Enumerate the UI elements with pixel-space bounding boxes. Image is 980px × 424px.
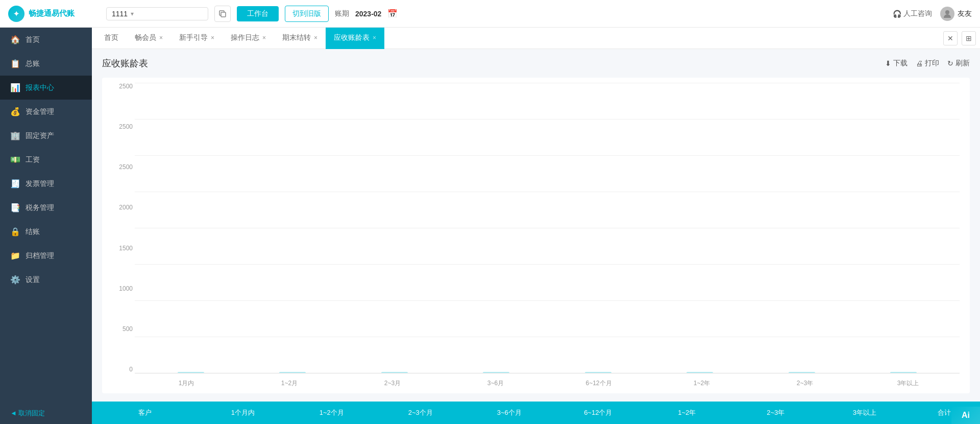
y-label-0: 0 (129, 366, 133, 373)
consult-label: 人工咨询 (903, 9, 932, 18)
invoice-icon: 🧾 (10, 179, 20, 189)
tab-ar-aging-label: 应收账龄表 (334, 33, 370, 42)
table-header-cell: 6~12个月 (554, 408, 643, 417)
print-button[interactable]: 🖨 打印 (916, 59, 939, 68)
sidebar-item-funds[interactable]: 💰 资金管理 (0, 100, 92, 124)
refresh-label: 刷新 (955, 59, 970, 68)
tab-home-label: 首页 (104, 33, 118, 42)
refresh-button[interactable]: ↻ 刷新 (947, 59, 970, 68)
sidebar-item-checkout[interactable]: 🔒 结账 (0, 220, 92, 244)
page-content: 应收账龄表 ⬇ 下载 🖨 打印 ↻ 刷新 (92, 49, 980, 402)
chart-container: 2500 2500 2500 2000 1500 1000 500 0 (102, 78, 970, 393)
x-label: 1~2年 (650, 379, 753, 388)
tab-member-close[interactable]: × (159, 34, 163, 41)
header-right: 🎧 人工咨询 友友 (893, 7, 972, 21)
copy-button[interactable] (214, 6, 231, 22)
y-label-1000: 1000 (119, 285, 133, 292)
sidebar-collapse-button[interactable]: ◄ 取消固定 (0, 403, 92, 424)
tab-log-close[interactable]: × (262, 34, 266, 41)
content-area: 首页 畅会员 × 新手引导 × 操作日志 × 期末结转 × 应收账龄表 × (92, 28, 980, 424)
svg-point-1 (945, 10, 949, 14)
tab-guide[interactable]: 新手引导 × (171, 28, 223, 49)
sidebar-label-home: 首页 (26, 35, 40, 44)
tab-log[interactable]: 操作日志 × (223, 28, 274, 49)
table-header-cell: 2~3个月 (376, 408, 465, 417)
table-header-cell: 1个月内 (199, 408, 287, 417)
sidebar-item-archive[interactable]: 📁 归档管理 (0, 244, 92, 268)
user-area[interactable]: 友友 (940, 7, 972, 21)
table-header-cell: 3~6个月 (465, 408, 554, 417)
sidebar-label-salary: 工资 (26, 155, 40, 164)
company-selector[interactable]: 1111 ▾ (106, 7, 208, 20)
ledger-icon: 📋 (10, 59, 20, 68)
tab-period-end-close[interactable]: × (314, 34, 317, 41)
maximize-button[interactable]: ⊞ (962, 31, 976, 45)
tab-guide-close[interactable]: × (211, 34, 214, 41)
y-label-2500c: 2500 (119, 83, 133, 90)
workbench-button[interactable]: 工作台 (237, 6, 279, 21)
sidebar-label-settings: 设置 (26, 275, 40, 285)
tab-member[interactable]: 畅会员 × (127, 28, 171, 49)
x-label: 3~6月 (444, 379, 547, 388)
tab-period-end-label: 期末结转 (282, 33, 311, 42)
sidebar-item-ledger[interactable]: 📋 总账 (0, 52, 92, 76)
print-label: 打印 (925, 59, 939, 68)
x-label: 1~2月 (238, 379, 341, 388)
tab-home[interactable]: 首页 (96, 28, 127, 49)
table-header-cell: 客户 (92, 408, 199, 417)
svg-rect-0 (221, 12, 226, 17)
x-label: 1月内 (135, 379, 238, 388)
bars-row (135, 83, 960, 373)
toolbar-actions: ⬇ 下载 🖨 打印 ↻ 刷新 (885, 59, 970, 68)
sidebar-label-tax: 税务管理 (26, 203, 54, 213)
settings-icon: ⚙️ (10, 275, 20, 285)
tab-ar-aging[interactable]: 应收账龄表 × (326, 28, 384, 49)
assets-icon: 🏢 (10, 131, 20, 140)
tabs-actions: ✕ ⊞ (943, 31, 976, 45)
sidebar-item-invoice[interactable]: 🧾 发票管理 (0, 172, 92, 196)
avatar (940, 7, 954, 21)
tab-ar-aging-close[interactable]: × (373, 34, 376, 41)
logo-icon: ✦ (8, 6, 24, 22)
table-header-cell: 1~2个月 (287, 408, 376, 417)
sidebar-label-invoice: 发票管理 (26, 179, 54, 189)
main-layout: 🏠 首页 📋 总账 📊 报表中心 💰 资金管理 🏢 固定资产 💵 工资 🧾 发票… (0, 28, 980, 424)
calendar-icon[interactable]: 📅 (387, 9, 398, 18)
sidebar-label-checkout: 结账 (26, 227, 40, 237)
page-title: 应收账龄表 (102, 57, 148, 69)
download-button[interactable]: ⬇ 下载 (885, 59, 908, 68)
sidebar-item-reports[interactable]: 📊 报表中心 (0, 76, 92, 100)
tax-icon: 📑 (10, 203, 20, 213)
y-label-2000: 2000 (119, 204, 133, 211)
home-icon: 🏠 (10, 35, 20, 44)
y-label-1500: 1500 (119, 245, 133, 252)
sidebar-item-home[interactable]: 🏠 首页 (0, 28, 92, 52)
tab-guide-label: 新手引导 (179, 33, 208, 42)
ai-float-button[interactable]: Ai (951, 407, 980, 424)
consult-button[interactable]: 🎧 人工咨询 (893, 9, 932, 18)
x-label: 2~3月 (341, 379, 444, 388)
table-header-cell: 2~3年 (731, 408, 820, 417)
user-name: 友友 (958, 9, 972, 18)
sidebar-item-settings[interactable]: ⚙️ 设置 (0, 268, 92, 292)
reports-icon: 📊 (10, 83, 20, 92)
period-label: 账期 (335, 9, 349, 18)
checkout-icon: 🔒 (10, 227, 20, 237)
x-labels-row: 1月内1~2月2~3月3~6月6~12个月1~2年2~3年3年以上 (135, 373, 960, 393)
sidebar-label-funds: 资金管理 (26, 107, 54, 116)
print-icon: 🖨 (916, 59, 923, 67)
close-all-tabs-button[interactable]: ✕ (943, 31, 958, 45)
tab-member-label: 畅会员 (135, 33, 156, 42)
sidebar-label-ledger: 总账 (26, 59, 40, 68)
sidebar-item-salary[interactable]: 💵 工资 (0, 148, 92, 172)
table-header-cell: 3年以上 (820, 408, 909, 417)
logo-text: 畅捷通易代账 (29, 9, 75, 18)
sidebar: 🏠 首页 📋 总账 📊 报表中心 💰 资金管理 🏢 固定资产 💵 工资 🧾 发票… (0, 28, 92, 424)
tab-period-end[interactable]: 期末结转 × (274, 28, 326, 49)
sidebar-item-tax[interactable]: 📑 税务管理 (0, 196, 92, 220)
table-header-cell: 1~2年 (643, 408, 731, 417)
sidebar-item-fixed-assets[interactable]: 🏢 固定资产 (0, 124, 92, 148)
switch-version-button[interactable]: 切到旧版 (285, 6, 329, 22)
sidebar-label-reports: 报表中心 (26, 83, 54, 92)
period-value: 2023-02 (355, 10, 381, 18)
